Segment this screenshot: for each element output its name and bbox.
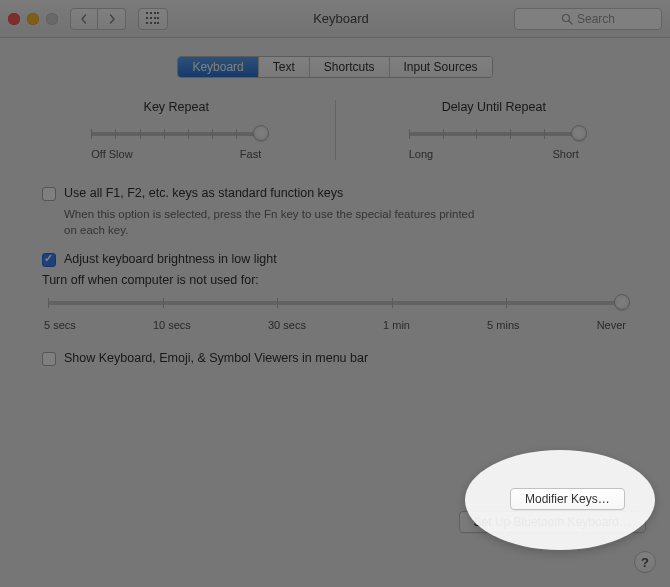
key-repeat-max-label: Fast	[240, 148, 261, 160]
forward-button[interactable]	[98, 8, 126, 30]
turnoff-label-2: 30 secs	[268, 319, 306, 331]
turnoff-label-4: 5 mins	[487, 319, 519, 331]
help-button[interactable]: ?	[634, 551, 656, 573]
minimize-window-icon[interactable]	[27, 13, 39, 25]
delay-title: Delay Until Repeat	[442, 100, 546, 114]
tab-label: Keyboard	[192, 60, 243, 74]
tab-input-sources[interactable]: Input Sources	[390, 57, 492, 77]
show-all-button[interactable]	[138, 8, 168, 30]
tab-text[interactable]: Text	[259, 57, 310, 77]
highlighted-button-wrap: Modifier Keys…	[510, 488, 625, 510]
turnoff-slider[interactable]	[48, 301, 622, 305]
setup-bluetooth-button[interactable]: Set Up Bluetooth Keyboard…	[459, 511, 646, 533]
fn-keys-help: When this option is selected, press the …	[64, 207, 484, 238]
turnoff-label-0: 5 secs	[44, 319, 76, 331]
back-button[interactable]	[70, 8, 98, 30]
delay-min-label: Long	[409, 148, 433, 160]
chevron-left-icon	[79, 14, 89, 24]
search-placeholder: Search	[577, 12, 615, 26]
chevron-right-icon	[107, 14, 117, 24]
delay-knob[interactable]	[571, 125, 587, 141]
tab-keyboard[interactable]: Keyboard	[178, 57, 258, 77]
close-window-icon[interactable]	[8, 13, 20, 25]
fn-keys-checkbox[interactable]	[42, 187, 56, 201]
fn-keys-row: Use all F1, F2, etc. keys as standard fu…	[42, 186, 628, 201]
help-icon: ?	[641, 555, 649, 570]
fn-keys-label: Use all F1, F2, etc. keys as standard fu…	[64, 186, 343, 200]
key-repeat-slider[interactable]	[91, 132, 261, 136]
show-viewers-checkbox[interactable]	[42, 352, 56, 366]
modifier-keys-button[interactable]: Modifier Keys…	[510, 488, 625, 510]
tab-shortcuts[interactable]: Shortcuts	[310, 57, 390, 77]
turnoff-label-5: Never	[597, 319, 626, 331]
auto-brightness-label: Adjust keyboard brightness in low light	[64, 252, 277, 266]
svg-line-1	[569, 21, 572, 24]
auto-brightness-row: Adjust keyboard brightness in low light	[42, 252, 628, 267]
keyboard-panel: Key Repeat Off Slow Fast Delay Until Rep…	[14, 100, 656, 366]
show-viewers-row: Show Keyboard, Emoji, & Symbol Viewers i…	[42, 351, 628, 366]
key-repeat-section: Key Repeat Off Slow Fast	[42, 100, 336, 160]
button-label: Modifier Keys…	[525, 492, 610, 506]
bottom-button-row: Set Up Bluetooth Keyboard…	[459, 511, 646, 533]
key-repeat-title: Key Repeat	[144, 100, 209, 114]
turnoff-label-1: 10 secs	[153, 319, 191, 331]
grid-icon	[146, 12, 160, 26]
turnoff-title: Turn off when computer is not used for:	[42, 273, 628, 287]
turnoff-label-3: 1 min	[383, 319, 410, 331]
nav-back-forward	[70, 8, 126, 30]
tab-label: Text	[273, 60, 295, 74]
tab-label: Input Sources	[404, 60, 478, 74]
key-repeat-min-label: Off Slow	[91, 148, 132, 160]
key-repeat-knob[interactable]	[253, 125, 269, 141]
traffic-lights	[8, 13, 58, 25]
titlebar: Keyboard Search	[0, 0, 670, 38]
button-label: Set Up Bluetooth Keyboard…	[474, 515, 631, 529]
delay-until-repeat-section: Delay Until Repeat Long Short	[336, 100, 629, 160]
search-input[interactable]: Search	[514, 8, 662, 30]
zoom-window-icon	[46, 13, 58, 25]
svg-point-0	[562, 14, 569, 21]
delay-max-label: Short	[552, 148, 578, 160]
search-icon	[561, 13, 573, 25]
show-viewers-label: Show Keyboard, Emoji, & Symbol Viewers i…	[64, 351, 368, 365]
window-title: Keyboard	[174, 11, 508, 26]
auto-brightness-checkbox[interactable]	[42, 253, 56, 267]
tab-label: Shortcuts	[324, 60, 375, 74]
tab-strip: Keyboard Text Shortcuts Input Sources	[14, 56, 656, 78]
turnoff-knob[interactable]	[614, 294, 630, 310]
delay-slider[interactable]	[409, 132, 579, 136]
